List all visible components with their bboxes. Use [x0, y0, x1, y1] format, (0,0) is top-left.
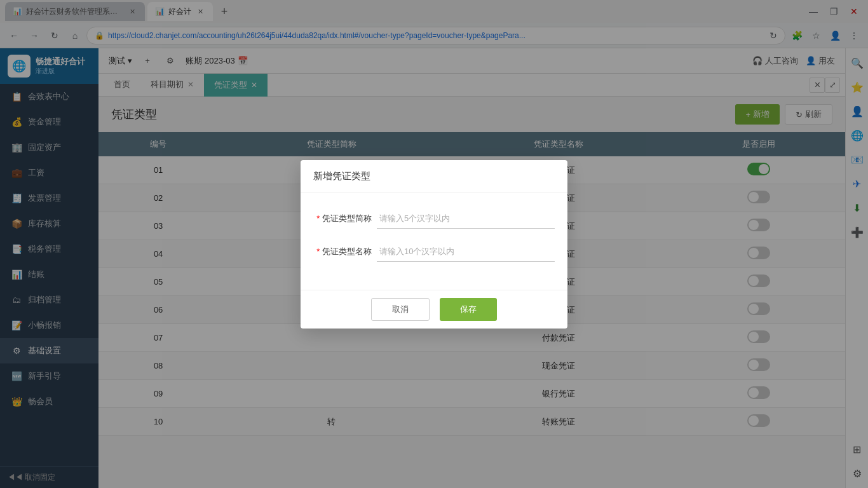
form-row-full: * 凭证类型名称	[313, 241, 555, 262]
required-marker: *	[316, 214, 320, 223]
short-name-label: * 凭证类型简称	[313, 213, 377, 224]
modal-body: * 凭证类型简称 * 凭证类型名称	[301, 193, 567, 290]
short-name-input[interactable]	[377, 208, 555, 229]
modal-dialog: 新增凭证类型 * 凭证类型简称 * 凭证类型名称 取消 保存	[301, 160, 567, 329]
modal-overlay: 新增凭证类型 * 凭证类型简称 * 凭证类型名称 取消 保存	[0, 0, 868, 488]
form-row-short: * 凭证类型简称	[313, 208, 555, 229]
cancel-button[interactable]: 取消	[371, 298, 430, 321]
modal-footer: 取消 保存	[301, 290, 567, 329]
save-button[interactable]: 保存	[440, 298, 497, 321]
required-marker-2: *	[316, 247, 320, 256]
full-name-input[interactable]	[377, 241, 555, 262]
modal-header: 新增凭证类型	[301, 160, 567, 193]
full-name-label: * 凭证类型名称	[313, 246, 377, 257]
